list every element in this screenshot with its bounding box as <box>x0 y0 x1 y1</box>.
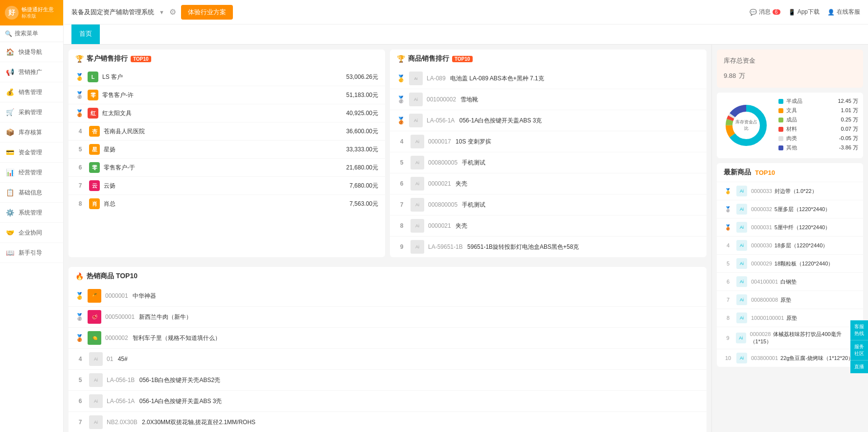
float-btn-community[interactable]: 服务社区 <box>850 340 868 360</box>
customer-ranking-title: 客户销售排行 <box>87 54 128 63</box>
list-item: 🥈 🥩 000500001 新西兰牛肉（新牛） <box>69 307 707 328</box>
product-img: Ai <box>736 240 747 251</box>
left-panel: 🏆 客户销售排行 TOP10 🥇 L LS 客户 53,006.26元 <box>64 45 711 432</box>
sidebar-item-marketing[interactable]: 📢 营销推广 <box>0 62 63 82</box>
product-info: 0000002 智利车子里（规格不知道填什么） <box>105 334 700 342</box>
app-name: 畅捷通好生意 <box>22 6 54 13</box>
fire-icon: 🔥 <box>75 272 84 280</box>
rank-number: 🥈 <box>724 206 732 213</box>
rank-number: 🥉 <box>724 224 732 231</box>
product-img: Ai <box>736 294 747 305</box>
list-item: 4 Ai 000003018多层（1220*2440） <box>717 237 863 255</box>
message-label: 消息 <box>759 8 771 16</box>
sidebar-item-sales[interactable]: 💰 销售管理 <box>0 82 63 102</box>
float-btn-customer-service[interactable]: 客服热线 <box>850 320 868 340</box>
product-info: 0000021 夹壳 <box>428 222 700 230</box>
legend-value: 0.25 万 <box>841 116 858 123</box>
legend-item: 其他 -3.86 万 <box>778 144 858 151</box>
sidebar-item-cooperation[interactable]: 🤝 企业协同 <box>0 223 63 243</box>
nav-label-finance: 资金管理 <box>19 148 42 157</box>
product-img: Ai <box>89 352 103 366</box>
topbar-right: 💬 消息 6 📱 App下载 👤 在线客服 <box>750 8 860 16</box>
product-info: LA-056-1B 056-1B白色按键开关壳ABS2壳 <box>107 376 700 384</box>
nav-label-basic-info: 基础信息 <box>19 189 42 197</box>
product-img: Ai <box>89 394 103 408</box>
sidebar-item-basic-info[interactable]: 📋 基础信息 <box>0 183 63 203</box>
product-img: Ai <box>736 276 747 287</box>
legend-value: -0.05 万 <box>839 135 858 142</box>
app-download-label: App下载 <box>798 8 820 16</box>
rank-number: 6 <box>75 164 85 171</box>
rank-number: 4 <box>75 128 85 135</box>
hot-products-card: 🔥 热销商品 TOP10 🥇 🍊 0000001 中华神器 🥈 🥩 000500… <box>69 267 707 432</box>
sidebar-item-guide[interactable]: 📖 新手引导 <box>0 243 63 263</box>
product-img: Ai <box>736 353 747 363</box>
finance-icon: 💳 <box>5 147 15 157</box>
rank-number: 5 <box>397 159 407 166</box>
medal-icon: 🥉 <box>75 334 84 342</box>
sidebar-item-finance[interactable]: 💳 资金管理 <box>0 143 63 163</box>
settings-icon[interactable]: ⚙ <box>169 7 176 17</box>
table-row: 8 肖 肖总 7,563.00元 <box>69 195 385 213</box>
sidebar-item-purchase[interactable]: 🛒 采购管理 <box>0 102 63 122</box>
legend-dot <box>778 136 783 141</box>
legend-dot <box>778 108 783 113</box>
product-rank-table: 🥇 Ai LA-089 电池盖 LA-089 ABS本色+黑种 7.1克 🥈 A… <box>390 68 707 257</box>
avatar: 杏 <box>89 126 100 137</box>
nav-label-sales: 销售管理 <box>19 88 42 96</box>
table-row: 8 Ai 0000021 夹壳 <box>390 216 707 237</box>
product-info: 0000017 10S 变刺罗摈 <box>428 138 700 146</box>
customer-name: 零售客户-许 <box>102 91 343 99</box>
rank-number: 6 <box>75 398 85 405</box>
trophy-icon: 🏆 <box>75 55 84 63</box>
topbar: 装备及固定资产辅助管理系统 ▼ ⚙ 体验行业方案 💬 消息 6 📱 App下载 … <box>64 0 868 24</box>
table-row: 4 Ai 0000017 10S 变刺罗摈 <box>390 131 707 152</box>
sidebar-search[interactable]: 🔍 搜索菜单 <box>0 25 63 42</box>
legend-item: 肉类 -0.05 万 <box>778 135 858 142</box>
customer-amount: 33,333.00元 <box>346 145 378 154</box>
online-service-button[interactable]: 👤 在线客服 <box>827 8 860 16</box>
product-img: Ai <box>736 312 747 323</box>
medal-icon: 🥇 <box>75 73 84 81</box>
nav-label-system: 系统管理 <box>19 209 42 217</box>
system-name[interactable]: 装备及固定资产辅助管理系统 <box>71 8 154 17</box>
customer-amount: 21,680.00元 <box>346 164 378 172</box>
float-btn-live[interactable]: 直播 <box>850 360 868 373</box>
tab-home[interactable]: 首页 <box>71 24 100 44</box>
rank-number: 5 <box>75 377 85 384</box>
legend-dot <box>778 118 783 122</box>
app-download-button[interactable]: 📱 App下载 <box>788 8 820 16</box>
inventory-icon: 📦 <box>5 127 15 137</box>
trial-button[interactable]: 体验行业方案 <box>181 5 233 20</box>
sidebar-item-system[interactable]: ⚙️ 系统管理 <box>0 203 63 223</box>
product-img: Ai <box>736 204 747 215</box>
float-service: 客服热线 服务社区 直播 <box>850 320 868 373</box>
sidebar-item-inventory[interactable]: 📦 库存核算 <box>0 122 63 143</box>
legend-value: 1.01 万 <box>841 107 858 114</box>
rank-number: 8 <box>75 200 85 207</box>
legend-list: 半成品 12.45 万 文具 1.01 万 成品 0.25 万 <box>778 97 858 153</box>
product-info: 01 45# <box>107 356 700 362</box>
search-icon: 🔍 <box>5 30 12 37</box>
sidebar-item-operations[interactable]: 📊 经营管理 <box>0 163 63 183</box>
rank-number: 5 <box>75 146 85 153</box>
home-icon: 🏠 <box>5 47 15 57</box>
sidebar-item-quick-nav[interactable]: 🏠 快捷导航 <box>0 42 63 62</box>
table-row: 🥇 Ai LA-089 电池盖 LA-089 ABS本色+黑种 7.1克 <box>390 68 707 89</box>
medal-icon: 🥇 <box>397 74 405 82</box>
product-info: 0000001 中华神器 <box>105 292 700 300</box>
legend-dot <box>778 99 783 104</box>
nav-label-quick-nav: 快捷导航 <box>19 48 42 56</box>
dropdown-icon[interactable]: ▼ <box>159 9 164 15</box>
table-row: 🥉 Ai LA-056-1A 056-1A白色按键开关盖ABS 3克 <box>390 110 707 131</box>
message-button[interactable]: 💬 消息 6 <box>750 8 780 16</box>
hot-products-header: 🔥 热销商品 TOP10 <box>69 267 707 286</box>
legend-dot <box>778 145 783 150</box>
product-info: LA-056-1A 056-1A白色按键开关盖ABS 3克 <box>427 117 700 125</box>
medal-icon: 🥇 <box>75 292 84 300</box>
donut-container: 库存资金占比 半成品 12.45 万 文具 1.01 万 <box>717 93 863 158</box>
product-info: 000500001 新西兰牛肉（新牛） <box>105 313 700 321</box>
product-info: NB2.0X30B 2.0X30MM双搓花轴,搓花直径2.1MM/ROHS <box>107 418 700 427</box>
customer-name: 星扬 <box>104 145 343 154</box>
table-row: 6 Ai 0000021 夹壳 <box>390 173 707 194</box>
